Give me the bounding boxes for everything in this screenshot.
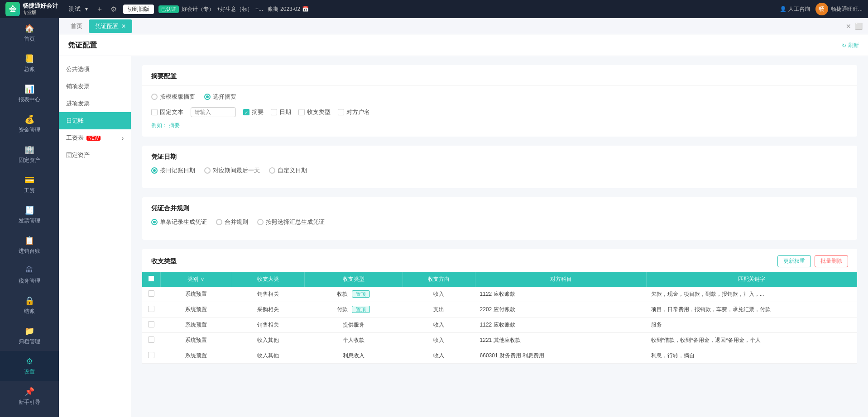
radio-circle-select <box>204 94 211 100</box>
radio-circle-diary-date <box>151 167 158 174</box>
radio-single[interactable]: 单条记录生成凭证 <box>151 218 207 226</box>
ledger-icon: 📒 <box>24 54 34 64</box>
checkbox-summary[interactable]: ✓ 摘要 <box>243 108 264 116</box>
cell-keyword: 欠款，现金，项目款，到款，报销款，汇入，... <box>647 287 857 302</box>
sidebar-item-close[interactable]: 🔒 结账 <box>0 290 59 321</box>
tab-home[interactable]: 首页 <box>64 19 89 33</box>
more-badge: +... <box>255 6 263 12</box>
sidebar-item-report[interactable]: 📊 报表中心 <box>0 79 59 109</box>
checkbox-label: 对方户名 <box>346 108 370 116</box>
maximize-window-button[interactable]: ⬜ <box>855 23 863 30</box>
sidebar-item-label: 报表中心 <box>19 96 40 104</box>
sidebar-item-purchase[interactable]: 📋 进销台账 <box>0 230 59 261</box>
cell-category: 系统预置 <box>160 287 232 302</box>
batch-delete-button[interactable]: 批量删除 <box>815 255 848 267</box>
checkbox-counterparty[interactable]: 对方户名 <box>338 108 370 116</box>
sidebar-item-archive[interactable]: 📁 归档管理 <box>0 321 59 351</box>
radio-circle-single <box>151 219 158 225</box>
tab-label: 凭证配置 <box>95 22 119 30</box>
cell-category: 系统预置 <box>160 348 232 364</box>
radio-label: 单条记录生成凭证 <box>160 218 207 226</box>
company-dropdown[interactable]: ▾ <box>85 6 88 12</box>
tabs-right: ✕ ⬜ <box>846 23 863 30</box>
sidebar-item-label: 进销台账 <box>19 247 40 255</box>
left-nav-label: 日记账 <box>66 117 84 125</box>
sidebar-item-invoice[interactable]: 🧾 发票管理 <box>0 200 59 230</box>
service-button[interactable]: 👤 人工咨询 <box>780 5 810 13</box>
sidebar-item-home[interactable]: 🏠 首页 <box>0 18 59 48</box>
sidebar-item-settings[interactable]: ⚙ 设置 <box>0 351 59 381</box>
tax-icon: 🏛 <box>25 266 34 275</box>
left-nav-payroll[interactable]: 工资表 NEW › <box>59 129 131 147</box>
radio-custom-date[interactable]: 自定义日期 <box>269 166 307 175</box>
radio-diary-date[interactable]: 按日记账日期 <box>151 166 195 175</box>
radio-circle-custom-date <box>269 167 275 174</box>
row-checkbox[interactable] <box>148 352 154 358</box>
left-nav-diary[interactable]: 日记账 <box>59 112 131 129</box>
radio-select[interactable]: 选择摘要 <box>204 93 236 101</box>
checkbox-date[interactable]: 日期 <box>271 108 291 116</box>
sidebar-item-guide[interactable]: 📌 新手引导 <box>0 381 59 412</box>
settings-icon[interactable]: ⚙ <box>109 4 119 14</box>
refresh-button[interactable]: ↻ 刷新 <box>842 42 859 55</box>
cell-type: 个人收款 <box>304 333 403 348</box>
type-tag[interactable]: 置顶 <box>352 290 370 298</box>
checkbox-fixed-text[interactable]: 固定文本 <box>151 108 183 116</box>
add-icon[interactable]: ＋ <box>94 4 105 15</box>
select-all-checkbox[interactable] <box>148 275 154 282</box>
inner-layout: 公共选项 销项发票 进项发票 日记账 工资表 NEW › <box>59 56 868 417</box>
company-name: 测试 <box>69 5 81 13</box>
switch-version-button[interactable]: 切到旧版 <box>123 5 154 14</box>
table-row: 系统预置 销售相关 收款 置顶 收入 1122 应收账款 欠款，现金，项目款，到… <box>142 287 857 302</box>
purchase-icon: 📋 <box>24 236 34 246</box>
date-section-title: 凭证日期 <box>151 153 848 161</box>
fixed-text-input[interactable] <box>191 107 236 117</box>
tab-close-icon[interactable]: ✕ <box>121 23 126 29</box>
table-row: 系统预置 收入其他 利息收入 收入 660301 财务费用 利息费用 利息，行转… <box>142 348 857 364</box>
sidebar-item-fund[interactable]: 💰 资金管理 <box>0 109 59 139</box>
example-value: 摘要 <box>169 122 180 128</box>
left-nav-purchase-inv[interactable]: 进项发票 <box>59 95 131 112</box>
invoice-icon: 🧾 <box>24 205 34 215</box>
row-checkbox[interactable] <box>148 336 154 343</box>
row-checkbox[interactable] <box>148 321 154 327</box>
left-nav-sales[interactable]: 销项发票 <box>59 78 131 95</box>
user-section: 畅 畅捷通旺旺... <box>815 3 863 15</box>
left-nav-fixed-asset[interactable]: 固定资产 <box>59 147 131 164</box>
cell-keyword: 收到*借款，收到*备用金，退回*备用金，个人 <box>647 333 857 348</box>
table-row: 系统预置 采购相关 付款 置顶 支出 2202 应付账款 项目，日常费用，报销款… <box>142 302 857 317</box>
radio-circle-period-last <box>204 167 211 174</box>
topbar-right: 👤 人工咨询 畅 畅捷通旺旺... <box>780 3 863 15</box>
th-checkbox <box>142 272 160 287</box>
type-tag[interactable]: 置顶 <box>352 306 370 313</box>
cell-keyword: 利息，行转，摘自 <box>647 348 857 364</box>
cell-major: 销售相关 <box>232 317 304 333</box>
update-weight-button[interactable]: 更新权重 <box>777 255 811 267</box>
left-nav-label: 工资表 <box>66 134 84 142</box>
radio-circle-merge-rule <box>216 219 222 225</box>
sidebar-item-ledger[interactable]: 📒 总账 <box>0 48 59 79</box>
tab-voucher-config[interactable]: 凭证配置 ✕ <box>89 19 132 33</box>
radio-select-summary[interactable]: 按照选择汇总生成凭证 <box>257 218 325 226</box>
business-badge: +好生意（标） <box>217 5 253 13</box>
sidebar-item-member[interactable]: 👑 畅会员 <box>0 412 59 417</box>
radio-template[interactable]: 按模板版摘要 <box>151 93 195 101</box>
radio-period-last[interactable]: 对应期间最后一天 <box>204 166 260 175</box>
settings-gear-icon: ⚙ <box>26 356 33 366</box>
row-checkbox[interactable] <box>148 306 154 312</box>
close-window-button[interactable]: ✕ <box>846 23 851 30</box>
sidebar-item-tax[interactable]: 🏛 税务管理 <box>0 261 59 290</box>
cell-account: 1122 应收账款 <box>475 287 647 302</box>
content-area: 首页 凭证配置 ✕ ✕ ⬜ 凭证配置 ↻ 刷新 公共选项 <box>59 18 868 417</box>
sidebar-item-asset[interactable]: 🏢 固定资产 <box>0 139 59 170</box>
left-nav-public[interactable]: 公共选项 <box>59 61 131 78</box>
sidebar-item-label: 结账 <box>24 308 35 315</box>
calendar-icon[interactable]: 📅 <box>302 6 309 12</box>
income-table: 类别 ∨ 收支大类 收支类型 收支方向 对方科目 匹配关键字 <box>142 272 857 364</box>
checkbox-income-type[interactable]: 收支类型 <box>298 108 331 116</box>
table-header-row: 类别 ∨ 收支大类 收支类型 收支方向 对方科目 匹配关键字 <box>142 272 857 287</box>
example-prefix: 例如： <box>151 122 168 128</box>
radio-merge-rule[interactable]: 合并规则 <box>216 218 248 226</box>
row-checkbox[interactable] <box>148 290 154 297</box>
sidebar-item-salary[interactable]: 💳 工资 <box>0 170 59 200</box>
